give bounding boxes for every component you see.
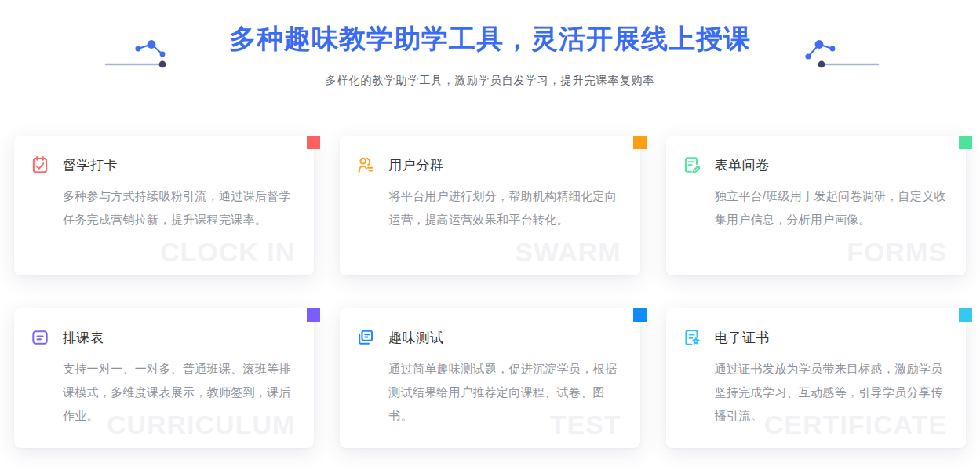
feature-card-schedule: 排课表 支持一对一、一对多、普通班课、滚班等排课模式，多维度课表展示，教师签到，… [14,308,314,448]
card-header: 电子证书 [682,327,947,348]
user-group-icon [355,155,376,175]
corner-badge [959,308,972,322]
card-watermark: CLOCK IN [160,237,295,268]
card-title: 趣味测试 [388,329,443,347]
corner-badge [307,308,320,322]
schedule-icon [30,327,50,348]
card-title: 电子证书 [715,329,770,347]
card-header: 趣味测试 [355,327,621,348]
feature-card-form-questionnaire: 表单问卷 独立平台/班级用于发起问卷调研，自定义收集用户信息，分析用户画像。 F… [666,136,966,275]
feature-card-quiz: 趣味测试 通过简单趣味测试题，促进沉淀学员，根据测试结果给用户推荐定向课程、试卷… [340,308,639,448]
card-header: 表单问卷 [682,155,947,175]
corner-badge [633,308,647,322]
feature-card-user-segmentation: 用户分群 将平台用户进行划分，帮助机构精细化定向运营，提高运营效果和平台转化。 … [340,136,639,275]
feature-card-clock-in: 督学打卡 多种参与方式持续吸粉引流，通过课后督学任务完成营销拉新，提升课程完课率… [14,136,314,275]
feature-card-certificate: 电子证书 通过证书发放为学员带来目标感，激励学员坚持完成学习、互动感等，引导学员… [666,308,966,448]
card-header: 用户分群 [355,155,621,175]
card-description: 支持一对一、一对多、普通班课、滚班等排课模式，多维度课表展示，教师签到，课后作业… [63,357,295,428]
form-questionnaire-icon [682,155,702,175]
corner-badge [633,136,647,149]
card-description: 将平台用户进行划分，帮助机构精细化定向运营，提高运营效果和平台转化。 [388,184,621,232]
card-title: 用户分群 [388,156,443,174]
feature-card-grid: 督学打卡 多种参与方式持续吸粉引流，通过课后督学任务完成营销拉新，提升课程完课率… [14,136,966,448]
section-header: 多种趣味教学助学工具，灵活开展线上授课 多样化的教学助学工具，激励学员自发学习，… [0,0,980,88]
card-watermark: FORMS [847,237,947,268]
line-dots-decoration-left [104,39,180,72]
page-subtitle: 多样化的教学助学工具，激励学员自发学习，提升完课率复购率 [0,74,980,88]
quiz-pages-icon [355,327,376,348]
card-title: 表单问卷 [715,156,770,174]
line-dots-decoration-right [804,39,880,72]
card-title: 督学打卡 [63,156,118,174]
corner-badge [307,136,320,149]
card-title: 排课表 [63,329,104,347]
calendar-check-icon [30,155,50,175]
certificate-star-icon [682,327,702,348]
corner-badge [959,136,972,149]
card-description: 通过证书发放为学员带来目标感，激励学员坚持完成学习、互动感等，引导学员分享传播引… [715,357,947,428]
feature-section: 多种趣味教学助学工具，灵活开展线上授课 多样化的教学助学工具，激励学员自发学习，… [0,0,980,474]
card-description: 通过简单趣味测试题，促进沉淀学员，根据测试结果给用户推荐定向课程、试卷、图书。 [388,357,621,428]
card-description: 多种参与方式持续吸粉引流，通过课后督学任务完成营销拉新，提升课程完课率。 [63,184,295,232]
card-description: 独立平台/班级用于发起问卷调研，自定义收集用户信息，分析用户画像。 [715,184,947,232]
card-header: 督学打卡 [30,155,295,175]
card-watermark: SWARM [515,237,621,268]
card-header: 排课表 [30,327,295,348]
